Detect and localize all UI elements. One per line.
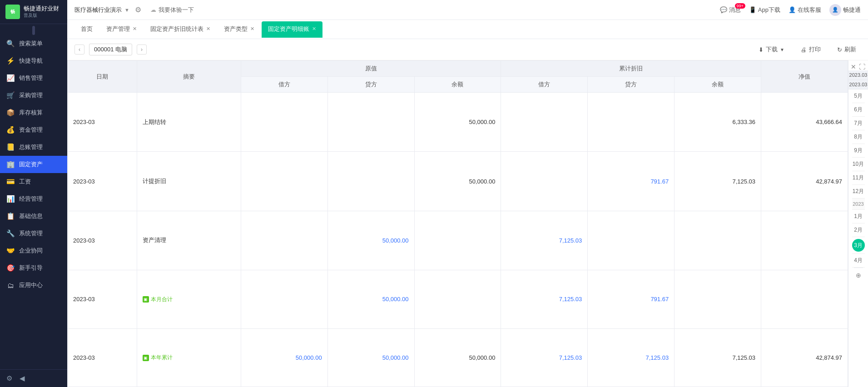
settings-gear-icon[interactable]: ⚙ (135, 5, 141, 14)
sidebar-item-operations[interactable]: 📊 经营管理 (0, 190, 67, 208)
timeline-item-3[interactable]: 8月 (852, 130, 865, 144)
tab-1[interactable]: 资产管理✕ (100, 21, 143, 38)
print-btn[interactable]: 🖨 打印 (796, 44, 825, 55)
download-btn[interactable]: ⬇ 下载 ▼ (754, 44, 789, 55)
table-row: 2023-03 上期结转 50,000.00 6,333.36 43,666.6… (68, 93, 848, 152)
timeline-item-5[interactable]: 10月 (852, 158, 865, 171)
main-area: 医疗器械行业演示 ▼ ⚙ ☁ 我要体验一下 💬 消息 99+ 📱 App下载 👤… (67, 0, 868, 387)
cell-net-value: 42,874.97 (761, 328, 848, 387)
expand-panel-icon[interactable]: ⛶ (859, 63, 865, 70)
col-orig-credit: 贷方 (327, 77, 414, 93)
messages-btn[interactable]: 💬 消息 99+ (720, 6, 741, 14)
cell-acc-balance: 6,333.36 (675, 93, 761, 152)
panel-date-header2[interactable]: 2023.03 (848, 80, 868, 89)
sidebar-item-wages[interactable]: 💳 工资 (0, 173, 67, 190)
cell-summary: 资产清理 (137, 211, 241, 270)
sidebar-item-sales[interactable]: 📈 销售管理 (0, 69, 67, 87)
sidebar-item-enterprise[interactable]: 🤝 企业协同 (0, 242, 67, 259)
experience-btn[interactable]: ☁ 我要体验一下 (150, 6, 194, 14)
tab-close-3[interactable]: ✕ (250, 26, 254, 32)
company-name: 医疗器械行业演示 (74, 6, 122, 14)
cell-orig-debit (241, 270, 327, 328)
apps-icon: 🗂 (6, 282, 15, 289)
summary-text: 本年累计 (151, 354, 173, 362)
page-content: ‹ 000001 电脑 › ⬇ 下载 ▼ 🖨 打印 ↻ 刷新 (67, 39, 868, 387)
topbar: 医疗器械行业演示 ▼ ⚙ ☁ 我要体验一下 💬 消息 99+ 📱 App下载 👤… (67, 0, 868, 20)
sidebar-label-funds: 资金管理 (19, 126, 43, 134)
asset-code: 000001 电脑 (89, 44, 132, 55)
app-download-label: App下载 (758, 6, 780, 14)
tab-label-0: 首页 (81, 25, 93, 33)
timeline-item-9[interactable]: 1月 (852, 210, 865, 223)
online-service-icon: 👤 (789, 6, 796, 13)
sidebar-item-quicknav[interactable]: ⚡ 快捷导航 (0, 52, 67, 69)
collapse-icon[interactable]: ◀ (20, 374, 25, 382)
timeline-item-0[interactable]: 5月 (852, 89, 865, 103)
cell-orig-balance: 50,000.00 (414, 93, 501, 152)
sidebar-label-operations: 经营管理 (19, 195, 43, 203)
guide-icon: 🎯 (6, 264, 15, 272)
username: 畅捷通 (843, 6, 861, 14)
inventory-icon: 📦 (6, 109, 15, 117)
enterprise-icon: 🤝 (6, 247, 15, 255)
toolbar-row: ‹ 000001 电脑 › ⬇ 下载 ▼ 🖨 打印 ↻ 刷新 (67, 39, 868, 60)
cell-orig-balance: 50,000.00 (414, 328, 501, 387)
sidebar-item-ledger[interactable]: 📒 总账管理 (0, 139, 67, 156)
online-service-btn[interactable]: 👤 在线客服 (789, 6, 821, 14)
sales-icon: 📈 (6, 74, 15, 82)
prev-arrow[interactable]: ‹ (74, 45, 84, 55)
sidebar-item-purchase[interactable]: 🛒 采购管理 (0, 87, 67, 104)
user-profile[interactable]: 👤 畅捷通 (829, 4, 861, 16)
panel-scroll-down-icon[interactable]: ⊕ (856, 272, 861, 279)
sidebar-label-basics: 基础信息 (19, 212, 43, 220)
cell-date: 2023-03 (68, 211, 137, 270)
settings-icon[interactable]: ⚙ (6, 374, 12, 382)
wages-icon: 💳 (6, 178, 15, 186)
tab-0[interactable]: 首页 (74, 21, 99, 38)
tab-close-1[interactable]: ✕ (133, 26, 137, 32)
tab-3[interactable]: 资产类型✕ (218, 21, 261, 38)
timeline-item-11[interactable]: 3月 (852, 237, 865, 254)
tabbar: 首页资产管理✕固定资产折旧统计表✕资产类型✕固定资产明细账✕ (67, 20, 868, 39)
sidebar-item-guide[interactable]: 🎯 新手引导 (0, 259, 67, 277)
sidebar-item-search[interactable]: 🔍 搜索菜单 (0, 35, 67, 52)
close-panel-icon[interactable]: ✕ (851, 63, 856, 70)
refresh-btn[interactable]: ↻ 刷新 (833, 44, 861, 55)
tab-close-2[interactable]: ✕ (206, 26, 210, 32)
panel-date-header1[interactable]: 2023.03 (848, 70, 868, 80)
timeline-item-12[interactable]: 4月 (852, 254, 865, 268)
tab-4[interactable]: 固定资产明细账✕ (262, 21, 322, 38)
timeline-item-6[interactable]: 11月 (852, 171, 865, 185)
timeline-item-10[interactable]: 2月 (852, 223, 865, 237)
timeline-item-2[interactable]: 7月 (852, 117, 865, 130)
col-acc-dep: 累计折旧 (501, 61, 761, 77)
tab-2[interactable]: 固定资产折旧统计表✕ (144, 21, 217, 38)
timeline-item-1[interactable]: 6月 (852, 103, 865, 117)
sidebar-item-funds[interactable]: 💰 资金管理 (0, 121, 67, 139)
sidebar-item-apps[interactable]: 🗂 应用中心 (0, 277, 67, 294)
next-arrow[interactable]: › (137, 45, 147, 55)
timeline-item-4[interactable]: 9月 (852, 144, 865, 158)
col-acc-balance: 余额 (675, 77, 761, 93)
sidebar-label-guide: 新手引导 (19, 264, 43, 272)
print-label: 打印 (809, 45, 821, 54)
right-date-panel: ✕ ⛶ 2023.03 2023.03 5月6月7月8月9月10月11月12月2… (848, 60, 868, 387)
tab-close-4[interactable]: ✕ (312, 26, 316, 32)
sidebar-item-basics[interactable]: 📋 基础信息 (0, 208, 67, 225)
cell-orig-credit: 50,000.00 (327, 328, 414, 387)
sidebar-item-inventory[interactable]: 📦 库存核算 (0, 104, 67, 121)
timeline-item-8[interactable]: 2023 (852, 198, 865, 210)
sidebar: 畅 畅捷通好业财 普及版 🔍 搜索菜单 ⚡ 快捷导航 📈 销售管理 🛒 采购管理… (0, 0, 67, 387)
timeline-item-7[interactable]: 12月 (852, 185, 865, 198)
app-download-icon: 📱 (749, 6, 756, 13)
tab-label-4: 固定资产明细账 (268, 25, 309, 33)
toolbar-actions: ⬇ 下载 ▼ 🖨 打印 ↻ 刷新 (754, 44, 861, 55)
sidebar-item-sysadmin[interactable]: 🔧 系统管理 (0, 225, 67, 242)
cell-orig-debit (241, 93, 327, 152)
app-download-btn[interactable]: 📱 App下载 (749, 6, 780, 14)
company-selector[interactable]: 医疗器械行业演示 ▼ (74, 6, 129, 14)
cell-acc-credit (588, 93, 675, 152)
sidebar-item-fixed[interactable]: 🏢 固定资产 (0, 156, 67, 173)
tag-icon: ▣ (143, 296, 149, 303)
cell-acc-debit: 7,125.03 (501, 270, 588, 328)
